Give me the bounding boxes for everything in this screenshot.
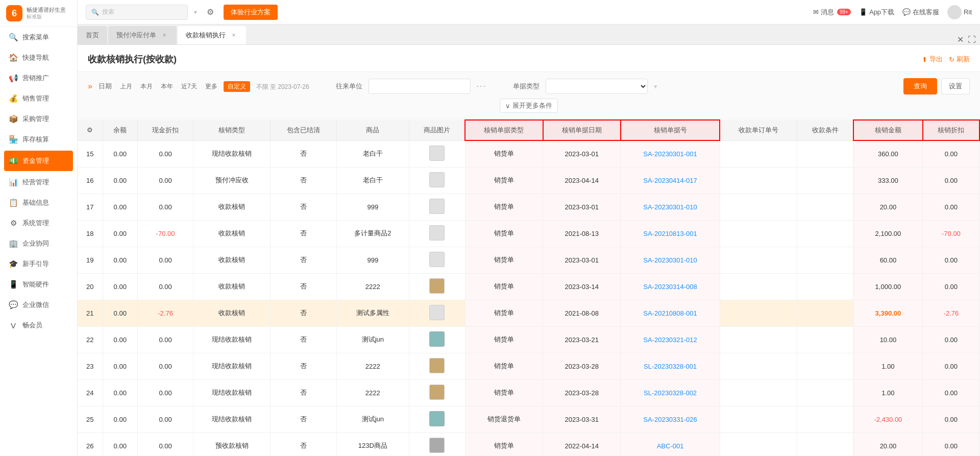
row-bill-no[interactable]: SA-20210813-001: [621, 220, 720, 247]
date-last-7days[interactable]: 近7天: [179, 81, 199, 92]
sidebar-item-purchase[interactable]: 📦采购管理: [0, 109, 77, 129]
row-bill-no[interactable]: SL-20230328-001: [621, 353, 720, 379]
row-goods: 999: [337, 247, 409, 273]
row-num: 20: [78, 273, 103, 300]
sidebar-item-sales[interactable]: 💰销售管理: [0, 88, 77, 109]
expand-more-btn[interactable]: ∨ 展开更多条件: [500, 99, 558, 113]
row-verify-amount: 60.00: [853, 247, 923, 273]
sidebar-item-corp[interactable]: 🏢企业协同: [0, 233, 77, 254]
row-bill-no[interactable]: SA-20230331-026: [621, 406, 720, 433]
bill-type-select[interactable]: [546, 79, 648, 94]
row-receipt-order: [720, 247, 797, 273]
sidebar-item-operation[interactable]: 📊经营管理: [0, 172, 77, 193]
sidebar-item-shortcut[interactable]: 🏠快捷导航: [0, 47, 77, 68]
link-row-bill-no[interactable]: SL-20230328-001: [644, 363, 697, 370]
row-cash-discount: -70.00: [137, 220, 193, 247]
tab-receive[interactable]: 收款核销执行×: [178, 26, 246, 44]
link-row-bill-no[interactable]: SA-20230314-008: [643, 283, 697, 291]
date-custom-btn[interactable]: 自定义: [224, 81, 250, 92]
sidebar-item-wechat[interactable]: 💬企业微信: [0, 295, 77, 315]
row-bill-type: 销货单: [465, 247, 543, 273]
link-row-bill-no[interactable]: SA-20230321-012: [643, 336, 697, 344]
filter-collapse-icon[interactable]: »: [88, 82, 92, 91]
data-table: ⚙余额现金折扣核销类型包含已结清商品商品图片核销单据类型核销单据日期核销单据号收…: [78, 119, 980, 456]
row-bill-no[interactable]: SA-20230321-012: [621, 326, 720, 353]
tab-close-prepay[interactable]: ×: [160, 31, 168, 39]
row-cash-discount: 0.00: [137, 326, 193, 353]
row-bill-no[interactable]: SL-20230328-002: [621, 379, 720, 406]
row-verify-type: 预收款核销: [193, 433, 271, 456]
messages-button[interactable]: ✉ 消息 99+: [813, 8, 851, 17]
refresh-button[interactable]: ↻刷新: [949, 55, 970, 64]
link-row-bill-no[interactable]: SA-20210813-001: [643, 230, 697, 237]
topbar-search-box[interactable]: 🔍 搜索: [86, 5, 188, 20]
sidebar-item-search[interactable]: 🔍搜索菜单: [0, 27, 77, 47]
close-tab-icon[interactable]: ✕: [957, 35, 964, 44]
row-goods: 老白干: [337, 167, 409, 194]
row-verify-discount: 0.00: [923, 194, 979, 220]
row-bill-no[interactable]: SA-20230301-001: [621, 140, 720, 167]
date-this-year[interactable]: 本年: [159, 81, 175, 92]
date-more[interactable]: 更多: [203, 81, 219, 92]
row-bill-no[interactable]: SA-20210808-001: [621, 300, 720, 326]
sidebar-item-basic[interactable]: 📋基础信息: [0, 193, 77, 213]
partner-input[interactable]: [369, 79, 471, 94]
sidebar-label-operation: 经营管理: [22, 178, 49, 187]
partner-dots[interactable]: ···: [477, 82, 486, 91]
row-balance: 0.00: [103, 167, 137, 194]
maximize-icon[interactable]: ⛶: [968, 35, 976, 44]
date-options: 上月 本月 本年 近7天 更多 自定义: [118, 81, 250, 92]
row-bill-no[interactable]: SA-20230414-017: [621, 167, 720, 194]
row-verify-amount: 20.00: [853, 433, 923, 456]
sidebar-item-system[interactable]: ⚙系统管理: [0, 213, 77, 233]
col-header-receipt_order: 收款单订单号: [720, 120, 797, 140]
row-bill-no[interactable]: SA-20230314-008: [621, 273, 720, 300]
link-row-bill-no[interactable]: SA-20230301-010: [643, 256, 697, 264]
row-balance: 0.00: [103, 406, 137, 433]
row-receipt-condition: [797, 247, 853, 273]
row-verify-amount: -2,430.00: [853, 406, 923, 433]
row-cash-discount: 0.00: [137, 406, 193, 433]
setting-button[interactable]: 设置: [941, 78, 970, 94]
sidebar-item-member[interactable]: V畅会员: [0, 315, 77, 335]
row-verify-discount: 0.00: [923, 326, 979, 353]
date-range-display: 不限 至 2023-07-26: [256, 83, 309, 91]
solution-button[interactable]: 体验行业方案: [224, 5, 278, 20]
row-bill-no[interactable]: SA-20230301-010: [621, 194, 720, 220]
col-header-cash_discount: 现金折扣: [137, 120, 193, 140]
row-bill-type: 销货退货单: [465, 406, 543, 433]
topbar-gear-icon[interactable]: ⚙: [203, 5, 217, 19]
link-row-bill-no[interactable]: SA-20210808-001: [643, 309, 697, 317]
user-profile[interactable]: Rit: [947, 5, 972, 19]
row-goods-img: [409, 247, 465, 273]
row-include-settled: 否: [270, 353, 336, 379]
row-bill-no[interactable]: SA-20230301-010: [621, 247, 720, 273]
row-bill-no[interactable]: ABC-001: [621, 433, 720, 456]
sidebar-item-fund[interactable]: 💵资金管理: [4, 151, 73, 171]
export-button[interactable]: ⬆导出: [922, 55, 943, 64]
online-service-button[interactable]: 💬 在线客服: [902, 8, 939, 17]
marketing-icon: 📢: [8, 73, 18, 83]
tab-close-receive[interactable]: ×: [230, 31, 238, 39]
sidebar-item-guide[interactable]: 🎓新手引导: [0, 254, 77, 274]
row-bill-type: 销货单: [465, 194, 543, 220]
query-button[interactable]: 查询: [903, 78, 937, 94]
date-last-month[interactable]: 上月: [118, 81, 134, 92]
link-row-bill-no[interactable]: SA-20230414-017: [643, 177, 697, 184]
link-row-bill-no[interactable]: ABC-001: [657, 442, 684, 450]
sidebar-item-marketing[interactable]: 📢营销推广: [0, 68, 77, 88]
table-row: 210.00-2.76收款核销否测试多属性销货单2021-08-08SA-202…: [78, 300, 979, 326]
link-row-bill-no[interactable]: SA-20230301-010: [643, 203, 697, 211]
app-download-button[interactable]: 📱 App下载: [859, 8, 894, 17]
sidebar-item-hardware[interactable]: 📱智能硬件: [0, 274, 77, 295]
table-row: 230.000.00现结收款核销否2222销货单2023-03-28SL-202…: [78, 353, 979, 379]
link-row-bill-no[interactable]: SA-20230331-026: [643, 416, 697, 423]
link-row-bill-no[interactable]: SL-20230328-002: [644, 389, 697, 397]
date-this-month[interactable]: 本月: [138, 81, 155, 92]
tab-home[interactable]: 首页: [78, 26, 107, 44]
sidebar-item-stock[interactable]: 🏪库存核算: [0, 129, 77, 150]
tab-prepay[interactable]: 预付冲应付单×: [108, 26, 177, 44]
row-bill-type: 销货单: [465, 140, 543, 167]
row-goods-img: [409, 273, 465, 300]
link-row-bill-no[interactable]: SA-20230301-001: [643, 150, 697, 158]
